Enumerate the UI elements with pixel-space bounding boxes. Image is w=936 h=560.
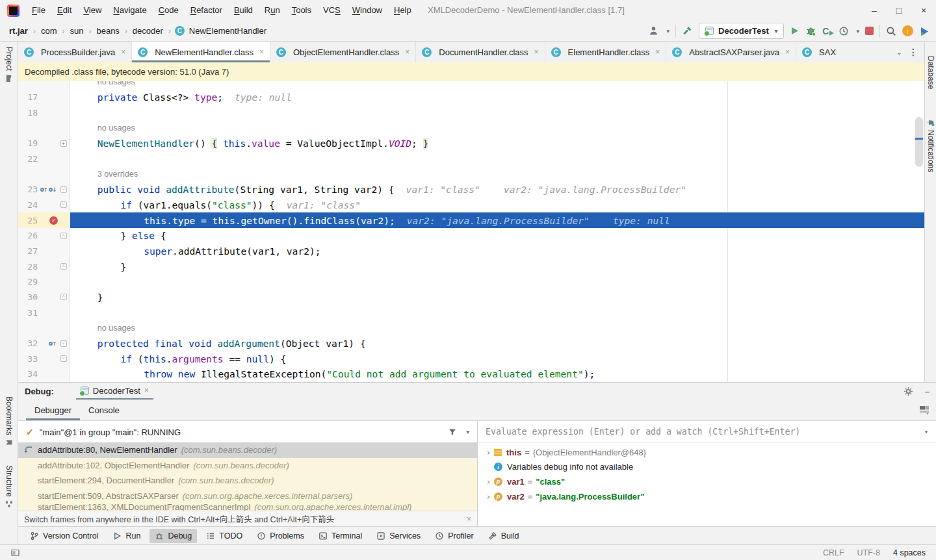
variable-row[interactable]: ›this={ObjectElementHandler@648} (478, 445, 936, 460)
menu-navigate[interactable]: Navigate (107, 0, 152, 21)
editor-line[interactable]: 19+NewElementHandler() { this.value = Va… (18, 136, 924, 151)
tab-close-icon[interactable]: × (405, 47, 410, 57)
evaluate-expression-input[interactable]: Evaluate expression (Enter) or add a wat… (478, 422, 936, 442)
editor-line[interactable]: 26˄} else { (18, 228, 924, 244)
editor-tab[interactable]: CElementHandler.class× (545, 42, 667, 62)
editor-line[interactable]: no usages (18, 81, 924, 90)
tab-close-icon[interactable]: × (655, 47, 660, 57)
sidebar-item-bookmarks[interactable]: Bookmarks (5, 396, 14, 446)
debug-button[interactable] (805, 25, 816, 36)
breadcrumb-item[interactable]: beans (95, 26, 120, 36)
more-options-icon[interactable]: ⋮ (909, 47, 918, 57)
editor-line[interactable]: 29 (18, 274, 924, 290)
expand-chevron-icon[interactable]: › (483, 492, 494, 502)
fold-icon[interactable]: ˅ (60, 201, 67, 208)
user-icon[interactable] (648, 25, 659, 36)
menu-view[interactable]: View (77, 0, 107, 21)
minimize-icon[interactable]: – (862, 0, 887, 21)
expand-chevron-icon[interactable]: › (483, 448, 494, 457)
editor-line[interactable]: 24˅if (var1.equals("class")) {var1: "cla… (18, 197, 924, 213)
fold-icon[interactable]: ˅ (60, 355, 67, 362)
editor-line[interactable]: 23↑↓˅public void addAttribute(String var… (18, 182, 924, 197)
inlay-hint[interactable]: no usages (98, 81, 135, 86)
gear-icon[interactable] (904, 387, 913, 396)
sidebar-item-structure[interactable]: Structure (5, 465, 14, 508)
tab-close-icon[interactable]: × (259, 47, 264, 57)
debug-session-tab[interactable]: DecoderTest × (76, 383, 153, 400)
toolwindow-button-version-control[interactable]: Version Control (25, 529, 103, 543)
toolwindow-button-todo[interactable]: TODO (201, 529, 248, 543)
tab-debugger[interactable]: Debugger (26, 400, 80, 420)
thread-dropdown-icon[interactable]: ▾ (466, 429, 469, 435)
override-up-icon[interactable]: ↑ (49, 340, 57, 347)
toolwindow-button-problems[interactable]: Problems (252, 529, 309, 543)
editor-tab[interactable]: CNewElementHandler.class× (132, 42, 270, 62)
editor-line[interactable]: 33˅if (this.arguments == null) { (18, 351, 924, 366)
toolwindow-button-build[interactable]: Build (483, 529, 525, 543)
breadcrumb-item[interactable]: sun (68, 26, 84, 36)
layout-settings-icon[interactable] (919, 405, 930, 414)
sidebar-item-notifications[interactable]: Notifications (926, 118, 935, 172)
update-project-icon[interactable]: ↑ (902, 25, 913, 36)
editor-tab[interactable]: CObjectElementHandler.class× (270, 42, 416, 62)
toolwindow-button-profiler[interactable]: Profiler (430, 529, 479, 543)
filter-icon[interactable] (448, 427, 457, 437)
sidebar-item-project[interactable]: Project (5, 47, 14, 83)
build-hammer-icon[interactable] (682, 25, 693, 36)
toolwindow-button-services[interactable]: Services (371, 529, 426, 543)
breadcrumb-item[interactable]: rt.jar (8, 26, 29, 36)
status-item[interactable]: UTF-8 (857, 548, 880, 557)
profiler-button[interactable] (838, 26, 849, 36)
editor-line[interactable]: 18 (18, 105, 924, 120)
editor-scrollbar[interactable] (914, 81, 924, 382)
fold-icon[interactable]: ˄ (60, 263, 67, 270)
menu-vcs[interactable]: VCS (317, 0, 346, 21)
stack-frame-row[interactable]: startElement:294, DocumentHandler(com.su… (18, 473, 477, 489)
menu-file[interactable]: File (26, 0, 51, 21)
tool-window-switcher-icon[interactable] (10, 548, 20, 557)
run-button[interactable] (790, 26, 800, 36)
menu-edit[interactable]: Edit (51, 0, 77, 21)
editor-line[interactable]: 34throw new IllegalStateException("Could… (18, 366, 924, 382)
editor-line[interactable]: 3 overrides (18, 166, 924, 182)
editor-tab[interactable]: CDocumentHandler.class× (416, 42, 545, 62)
stack-frame-row[interactable]: startElement:509, AbstractSAXParser(com.… (18, 489, 477, 504)
toolwindow-button-run[interactable]: Run (107, 529, 146, 543)
user-dropdown-icon[interactable]: ▾ (666, 28, 670, 34)
hint-close-icon[interactable]: × (467, 515, 471, 524)
editor-line[interactable]: 32↑˅protected final void addArgument(Obj… (18, 336, 924, 351)
editor-line[interactable]: 30˄} (18, 290, 924, 305)
expand-chevron-icon[interactable]: › (483, 477, 494, 487)
editor-line[interactable]: 25✓this.type = this.getOwner().findClass… (18, 212, 924, 228)
editor-line[interactable]: 28˄} (18, 259, 924, 274)
stop-button[interactable] (865, 27, 874, 35)
editor-tab[interactable]: CProcessBuilder.java× (18, 42, 132, 62)
stack-frame-row[interactable]: startElement:1363, XMLDocumentFragmentSc… (18, 503, 477, 511)
run-configuration-select[interactable]: DecoderTest ▾ (699, 23, 784, 39)
evaluate-history-icon[interactable]: ▾ (924, 428, 928, 435)
tab-close-icon[interactable]: × (121, 47, 125, 57)
stack-frame-row[interactable]: addAttribute:102, ObjectElementHandler(c… (18, 458, 477, 474)
breakpoint-icon[interactable]: ✓ (49, 216, 58, 225)
breadcrumb-item[interactable]: NewElementHandler (188, 26, 268, 36)
toolwindow-button-terminal[interactable]: Terminal (313, 529, 367, 543)
override-down-icon[interactable]: ↓ (49, 186, 57, 193)
fold-icon[interactable]: ˅ (60, 340, 67, 347)
toolwindow-button-debug[interactable]: Debug (150, 529, 197, 543)
restore-icon[interactable]: □ (887, 0, 911, 21)
variable-row[interactable]: ›pvar2="java.lang.ProcessBuilder" (478, 489, 936, 504)
hidden-tabs-icon[interactable]: ⌄ (896, 48, 902, 57)
inlay-hint[interactable]: no usages (98, 123, 135, 133)
editor-line[interactable]: 17private Class<?> type;type: null (18, 90, 924, 105)
editor-line[interactable]: 27super.addAttribute(var1, var2); (18, 244, 924, 259)
status-item[interactable]: CRLF (823, 548, 844, 557)
fold-icon[interactable]: ˄ (60, 294, 67, 300)
menu-run[interactable]: Run (259, 0, 286, 21)
editor-tab[interactable]: CSAXP (796, 42, 837, 62)
fold-icon[interactable]: + (60, 140, 67, 147)
editor-tab[interactable]: CAbstractSAXParser.java× (666, 42, 796, 62)
scrollbar-thumb[interactable] (915, 117, 923, 167)
code-editor[interactable]: no usages17private Class<?> type;type: n… (18, 81, 924, 382)
menu-build[interactable]: Build (228, 0, 259, 21)
profiler-dropdown-icon[interactable]: ▾ (856, 28, 859, 34)
